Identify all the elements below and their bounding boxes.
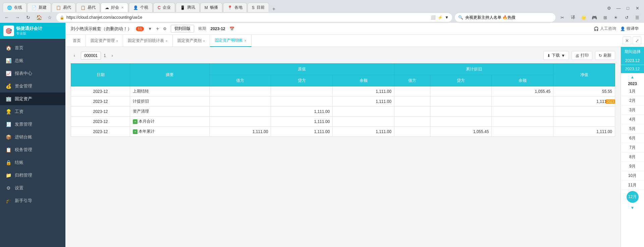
cell-acc-credit: 1,055.45 [430,127,492,137]
close-tab-asset-ledger[interactable]: × [244,39,246,43]
browser-tab-tengxun[interactable]: 📱 腾讯 [176,3,200,12]
sidebar-item-reports[interactable]: 📈 报表中心 [0,67,65,80]
cut-icon[interactable]: ✂ [558,13,566,21]
bookmark-button[interactable]: ☆ [46,13,54,21]
period-month-6[interactable]: 6月 [621,134,644,143]
lightning-icon[interactable]: ⚡ [438,15,443,20]
menu-icon[interactable]: ☰ [633,13,641,21]
browser-tab-haokuai[interactable]: ☁ 好会 ✕ [101,3,128,12]
browser-minimize-icon[interactable]: — [614,4,623,12]
tab-icon: C [158,5,161,10]
period-month-11[interactable]: 11月 [621,181,644,190]
browser-tab-changbo[interactable]: M 畅播 [200,3,222,12]
close-tab-depreciation-stats[interactable]: × [165,39,167,43]
period-month-8[interactable]: 8月 [621,152,644,162]
prev-page-button[interactable]: ‹ [71,52,78,59]
period-scroll-up[interactable]: ▲ [621,73,644,81]
url-bar[interactable]: 🔒 https://cloud.chanjet.com/accounting/u… [56,13,452,22]
forward-button[interactable]: → [13,13,21,21]
browser-tab-qiye[interactable]: C 企业 [153,3,175,12]
settings-account-icon[interactable]: ⚙ [163,26,167,31]
close-tab-icon[interactable]: ✕ [121,6,124,9]
grid-icon[interactable]: ⊞ [601,13,609,21]
browser-tab-muqian[interactable]: S 目前 [248,3,269,12]
sidebar-item-ledger[interactable]: 📊 总账 [0,54,65,67]
reward-icon[interactable]: 🌟 [580,13,588,21]
period-selected-end[interactable]: 2023.12 [621,65,644,73]
sidebar: 🎯 畅捷通好会计 专业版 🏠 首页 📊 总账 📈 报表中心 💰 资金管理 [0,23,65,247]
undo-icon[interactable]: ↺ [623,13,631,21]
close-tab-fixed-assets-mgmt[interactable]: × [116,39,118,43]
close-tab-asset-category[interactable]: × [203,39,205,43]
next-page-button[interactable]: › [109,52,116,59]
period-month-5[interactable]: 5月 [621,124,644,134]
sidebar-item-archive[interactable]: 📁 归档管理 [0,169,65,182]
print-button[interactable]: 🖨 打印 [572,51,592,60]
cell-acc-credit [430,117,492,127]
sidebar-item-invoice[interactable]: 🧾 发票管理 [0,118,65,131]
translate-icon[interactable]: 译 [569,13,577,21]
browser-tab-yidai1[interactable]: 📋 易代 [52,3,75,12]
sidebar-item-home[interactable]: 🏠 首页 [0,42,65,54]
page-tab-nav: 首页 固定资产管理 × 固定资产折旧统计表 × 固定资产类别 × 固定资产明细账… [65,35,644,47]
browser-settings-icon[interactable]: ⚙ [605,4,613,12]
tab-home[interactable]: 首页 [68,35,86,47]
cell-acc-debit [394,86,430,97]
page-number-input[interactable] [81,52,101,60]
download-button[interactable]: ⬇ 下载 ▼ [543,51,569,60]
refresh-button[interactable]: ↻ [24,13,32,21]
sidebar-item-payroll[interactable]: 👷 工资 [0,105,65,118]
tab-asset-ledger[interactable]: 固定资产明细账 × [210,35,251,47]
period-month-12-current[interactable]: 12月 [627,191,639,203]
period-month-10[interactable]: 10月 [621,171,644,181]
sidebar-item-inventory[interactable]: 📦 进销台账 [0,131,65,143]
add-account-icon[interactable]: + [156,26,159,32]
period-month-4[interactable]: 4月 [621,115,644,124]
search-bar[interactable]: 🔍 央视更新主持人名单 🔥热搜 [455,13,555,22]
browser-close-icon[interactable]: ✕ [633,4,641,12]
refresh-button[interactable]: ↻ 刷新 [595,51,615,60]
sidebar-item-guide[interactable]: 🎓 新手引导 [0,194,65,207]
qr-icon[interactable]: ⬜ [431,15,436,20]
home-button[interactable]: 🏠 [35,13,43,21]
sidebar-item-fixed-assets[interactable]: 🏢 固定资产 [0,92,65,105]
switch-version-button[interactable]: 切到旧版 [171,25,194,33]
period-selected-start[interactable]: 2023.12 [621,57,644,65]
browser-tab-geshui[interactable]: 👤 个税 [129,3,153,12]
period-month-7[interactable]: 7月 [621,143,644,152]
game-icon[interactable]: 🎮 [590,13,598,21]
cell-orig-balance [333,117,394,127]
tab-depreciation-stats[interactable]: 固定资产折旧统计表 × [123,35,172,47]
sidebar-item-closing[interactable]: 🔒 结账 [0,156,65,169]
browser-toolbar-right: ✂ 译 🌟 🎮 ⊞ ☀ ↺ ☰ [558,13,641,21]
period-scroll-down[interactable]: ▼ [621,204,644,211]
expand-icon[interactable]: ▼ [445,15,449,20]
period-month-9[interactable]: 9月 [621,162,644,171]
sun-icon[interactable]: ☀ [612,13,620,21]
browser-tab-online[interactable]: 🌐 在线 [3,3,26,12]
browser-tab-gedi[interactable]: 📍 各地 [223,3,247,12]
calendar-icon[interactable]: 📅 [229,26,234,31]
tab-fixed-assets-mgmt[interactable]: 固定资产管理 × [86,35,123,47]
expand-view-button[interactable]: ⤢ [633,37,641,45]
browser-maximize-icon[interactable]: □ [624,4,632,12]
dropdown-icon[interactable]: ▼ [148,26,152,31]
user-button[interactable]: 👤 徐译华 [620,26,639,32]
sidebar-item-settings[interactable]: ⚙ 设置 [0,182,65,194]
close-all-tabs-button[interactable]: ✕ [623,37,631,45]
period-month-1[interactable]: 1月 [621,87,644,96]
back-button[interactable]: ← [3,13,11,21]
tab-asset-category[interactable]: 固定资产类别 × [173,35,210,47]
browser-tab-new[interactable]: 📄 新建 [27,3,51,12]
browser-tab-yidai2[interactable]: 📋 易代 [76,3,100,12]
cell-summary: +本年累计 [130,127,210,137]
period-month-3[interactable]: 3月 [621,106,644,115]
support-button[interactable]: 🎧 人工咨询 [594,26,616,32]
sidebar-item-funds[interactable]: 💰 资金管理 [0,80,65,92]
sidebar-item-tax[interactable]: 📋 税务管理 [0,143,65,156]
header-right: 🎧 人工咨询 👤 徐译华 [594,26,639,32]
main-content: 刘小艳演示账套（勿删勿动！） 11 ▼ + ⚙ 切到旧版 账期 2023-12 … [65,23,644,247]
tab-icon: 📱 [180,5,185,10]
period-month-2[interactable]: 2月 [621,96,644,106]
new-tab-button[interactable]: + [270,6,278,12]
